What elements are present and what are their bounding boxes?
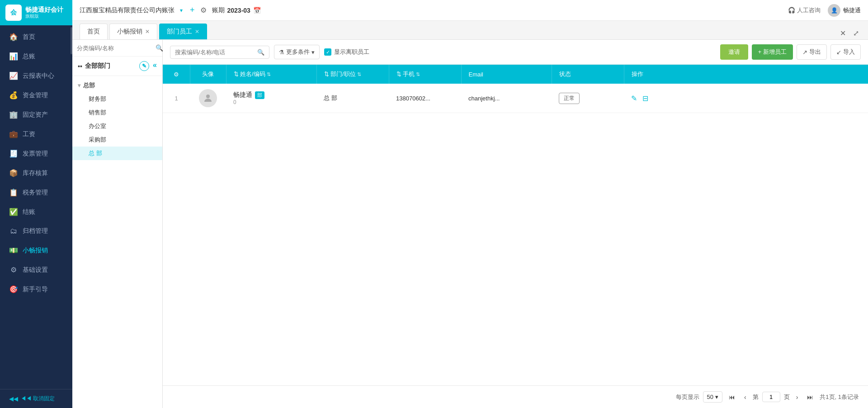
- th-actions: 操作: [624, 65, 868, 84]
- sidebar-item-label-ledger: 总账: [23, 52, 35, 61]
- dept-node-hq[interactable]: 总 部: [72, 147, 162, 160]
- th-name[interactable]: ⇅ 姓名/编码: [226, 65, 316, 84]
- per-page-select[interactable]: 50 ▾: [703, 391, 722, 403]
- close-period-icon: ✅: [9, 208, 18, 216]
- sidebar-item-expense[interactable]: 💵 小畅报销: [0, 241, 72, 260]
- sidebar-item-label-invoice: 发票管理: [23, 150, 48, 158]
- tab-close-all-icon[interactable]: ✕: [838, 27, 848, 39]
- dept-node-sales[interactable]: 销售部: [72, 106, 162, 119]
- topbar-right: 🎧 人工咨询 👤 畅捷通: [788, 4, 861, 17]
- calendar-icon[interactable]: 📅: [253, 7, 261, 14]
- next-page-button[interactable]: ›: [793, 393, 801, 402]
- dept-collapse-icon[interactable]: «: [153, 61, 157, 71]
- sidebar-item-tax[interactable]: 📋 税务管理: [0, 183, 72, 202]
- row-action-buttons: ✎ ⊟: [631, 94, 861, 103]
- sidebar-item-label-funds: 资金管理: [23, 91, 48, 100]
- sidebar-item-salary[interactable]: 💼 工资: [0, 124, 72, 144]
- th-settings[interactable]: ⚙: [163, 65, 190, 84]
- dept-search-input[interactable]: [77, 45, 153, 52]
- import-button[interactable]: ↙ 导入: [830, 44, 861, 60]
- invite-button[interactable]: 邀请: [720, 44, 748, 60]
- topbar: 江西服宝精品有限责任公司内账张 ▾ + ⚙ 账期 2023-03 📅 🎧 人工咨…: [72, 0, 868, 21]
- sidebar-item-label-archive: 归档管理: [23, 227, 48, 235]
- show-resigned-toggle[interactable]: ✓ 显示离职员工: [324, 48, 369, 56]
- dept-add-icon[interactable]: ✎: [139, 61, 149, 71]
- first-page-button[interactable]: ⏮: [726, 393, 738, 402]
- dept-node-finance[interactable]: 财务部: [72, 92, 162, 106]
- main-content: 江西服宝精品有限责任公司内账张 ▾ + ⚙ 账期 2023-03 📅 🎧 人工咨…: [72, 0, 868, 408]
- tab-expand-icon[interactable]: ⤢: [851, 27, 861, 39]
- sidebar-item-label-tax: 税务管理: [23, 189, 48, 197]
- sidebar-item-inventory[interactable]: 📦 库存核算: [0, 163, 72, 183]
- per-page-value: 50: [707, 394, 713, 400]
- support-button[interactable]: 🎧 人工咨询: [788, 6, 821, 14]
- dept-node-purchase[interactable]: 采购部: [72, 133, 162, 147]
- user-menu[interactable]: 👤 畅捷通: [828, 4, 861, 17]
- row-avatar: [190, 84, 226, 113]
- sidebar: 会 畅捷通好会计 旗舰版 🏠 首页 📊 总账 📈 云报表中心 💰 资金管理 🏢 …: [0, 0, 72, 408]
- sidebar-item-settings[interactable]: ⚙ 基础设置: [0, 260, 72, 280]
- employee-search-input[interactable]: [175, 49, 255, 56]
- add-employee-button[interactable]: + 新增员工: [752, 44, 793, 60]
- logo-area: 会 畅捷通好会计 旗舰版: [0, 0, 72, 25]
- show-resigned-label: 显示离职员工: [334, 48, 369, 56]
- dept-node-office[interactable]: 办公室: [72, 119, 162, 133]
- pagination: 每页显示 50 ▾ ⏮ ‹ 第 页 › ⏭ 共1页, 1条记录: [163, 385, 868, 408]
- delete-button[interactable]: ⊟: [642, 94, 648, 103]
- tax-icon: 📋: [9, 188, 18, 197]
- add-company-button[interactable]: +: [190, 5, 195, 15]
- row-actions-cell: ✎ ⊟: [624, 84, 868, 113]
- row-phone-cell: 138070602...: [389, 84, 461, 113]
- salary-icon: 💼: [9, 130, 18, 138]
- export-button[interactable]: ↗ 导出: [797, 44, 827, 60]
- tab-employee-close-icon[interactable]: ✕: [195, 28, 199, 35]
- sidebar-item-ledger[interactable]: 📊 总账: [0, 47, 72, 66]
- sidebar-item-close[interactable]: ✅ 结账: [0, 202, 72, 222]
- sidebar-item-invoice[interactable]: 🧾 发票管理: [0, 144, 72, 163]
- prev-page-button[interactable]: ‹: [741, 393, 749, 402]
- dept-panel: 🔍 ▪▪ 全部部门 ✎ « ▾ 总部 财务部 销售部 办公室: [72, 40, 163, 408]
- period-label: 账期 2023-03 📅: [212, 6, 261, 14]
- home-icon: 🏠: [9, 33, 18, 41]
- right-panel: 🔍 ⚗ 更多条件 ▾ ✓ 显示离职员工 邀请 + 新增员工 ↗ 导出: [163, 40, 868, 408]
- topbar-settings-icon[interactable]: ⚙: [200, 6, 207, 14]
- tab-employee[interactable]: 部门员工 ✕: [159, 24, 207, 39]
- dept-header-left: ▪▪ 全部部门: [78, 62, 110, 70]
- employee-search-area: 🔍: [170, 46, 269, 59]
- sidebar-item-label-salary: 工资: [23, 130, 35, 138]
- tab-bar: 首页 小畅报销 ✕ 部门员工 ✕ ✕ ⤢: [72, 21, 868, 40]
- edit-button[interactable]: ✎: [631, 94, 637, 103]
- sidebar-item-reports[interactable]: 📈 云报表中心: [0, 66, 72, 85]
- dept-tree: ▾ 总部 财务部 销售部 办公室 采购部 总 部: [72, 76, 162, 408]
- th-dept[interactable]: ⇅ 部门/职位: [316, 65, 389, 84]
- expense-icon: 💵: [9, 246, 18, 255]
- show-resigned-checkbox[interactable]: ✓: [324, 48, 331, 56]
- sidebar-item-archive[interactable]: 🗂 归档管理: [0, 222, 72, 241]
- company-dropdown-icon[interactable]: ▾: [180, 7, 183, 14]
- sidebar-item-guide[interactable]: 🎯 新手引导: [0, 280, 72, 299]
- employee-table-container: ⚙ 头像 ⇅ 姓名/编码 ⇅ 部门/职位 ⇅ 手机 Email 状态 操作 1: [163, 65, 868, 385]
- dept-node-parent-hq[interactable]: ▾ 总部: [72, 79, 162, 92]
- sidebar-item-assets[interactable]: 🏢 固定资产: [0, 105, 72, 124]
- page-label: 第: [753, 393, 759, 401]
- invoice-icon: 🧾: [9, 149, 18, 158]
- import-icon: ↙: [836, 49, 841, 56]
- sidebar-item-funds[interactable]: 💰 资金管理: [0, 85, 72, 105]
- cancel-pin-icon: ◀◀: [9, 395, 18, 402]
- employee-search-icon[interactable]: 🔍: [257, 49, 264, 56]
- tab-expense[interactable]: 小畅报销 ✕: [109, 24, 157, 39]
- filter-more-button[interactable]: ⚗ 更多条件 ▾: [274, 45, 320, 59]
- last-page-button[interactable]: ⏭: [804, 393, 816, 402]
- per-page-label: 每页显示: [676, 393, 699, 401]
- sidebar-item-label-settings: 基础设置: [23, 266, 48, 274]
- sidebar-item-label-inventory: 库存核算: [23, 169, 48, 177]
- page-input[interactable]: [762, 392, 780, 402]
- th-phone[interactable]: ⇅ 手机: [389, 65, 461, 84]
- sidebar-item-home[interactable]: 🏠 首页: [0, 27, 72, 47]
- cancel-pin-button[interactable]: ◀◀ ◀◀ 取消固定: [0, 389, 72, 408]
- dept-search-icon[interactable]: 🔍: [156, 44, 163, 52]
- tab-expense-close-icon[interactable]: ✕: [145, 28, 150, 35]
- reports-icon: 📈: [9, 71, 18, 80]
- tab-home[interactable]: 首页: [80, 24, 108, 39]
- filter-icon: ⚗: [279, 49, 284, 56]
